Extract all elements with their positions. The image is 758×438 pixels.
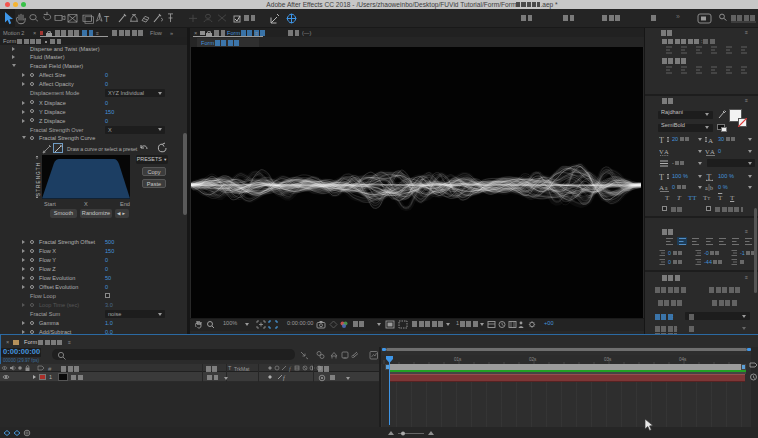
svg-text:a: a	[705, 185, 708, 191]
svg-text:A: A	[664, 148, 669, 155]
svg-text:T: T	[659, 173, 664, 181]
svg-text:a: a	[665, 185, 668, 191]
svg-text:02s: 02s	[529, 357, 537, 362]
svg-text:STRENGTH: STRENGTH	[36, 162, 41, 196]
svg-text:T: T	[707, 173, 712, 181]
svg-text:A: A	[710, 148, 715, 155]
svg-text:T: T	[104, 14, 109, 24]
svg-text:f: f	[289, 366, 292, 372]
svg-text:04s: 04s	[679, 357, 687, 362]
svg-text:A: A	[659, 184, 664, 192]
svg-text:01s: 01s	[454, 357, 462, 362]
svg-text:b: b	[710, 185, 713, 191]
svg-text:#: #	[48, 366, 52, 372]
svg-text:03s: 03s	[604, 357, 612, 362]
svg-text:T: T	[659, 136, 664, 144]
svg-text:f: f	[283, 375, 286, 381]
svg-text:A: A	[708, 137, 713, 144]
